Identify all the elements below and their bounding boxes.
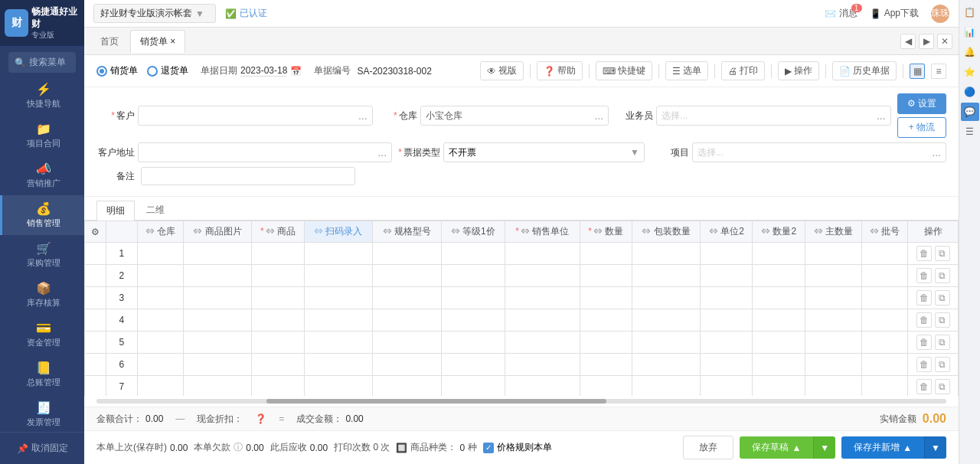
col-settings[interactable]: ⚙ <box>85 221 106 243</box>
row-product-7[interactable] <box>252 376 304 397</box>
view-toggle-list[interactable]: ≡ <box>931 64 946 79</box>
warehouse-input[interactable]: 小宝仓库 ... <box>420 106 609 126</box>
row-unit2-5[interactable] <box>701 332 753 354</box>
view-btn[interactable]: 👁 视版 <box>480 61 524 80</box>
col-spec[interactable]: ⇔ 规格型号 <box>373 221 442 243</box>
history-btn[interactable]: 📄 历史单据 <box>832 61 897 80</box>
row-unit-2[interactable] <box>505 265 580 287</box>
col-qty[interactable]: ⇔ 数量 <box>580 221 632 243</box>
row-batch-4[interactable] <box>862 309 908 332</box>
shortcut-btn[interactable]: ⌨ 快捷键 <box>596 61 652 80</box>
row-img-2[interactable] <box>183 265 252 287</box>
row-unit2-2[interactable] <box>701 265 753 287</box>
help-btn[interactable]: ❓ 帮助 <box>537 61 583 80</box>
row-unit2-6[interactable] <box>701 354 753 376</box>
view-toggle-grid[interactable]: ▦ <box>910 64 925 79</box>
date-value[interactable]: 2023-03-18 <box>240 65 287 77</box>
tab-next-btn[interactable]: ▶ <box>919 34 934 49</box>
row-price-7[interactable] <box>441 376 505 397</box>
row-price-5[interactable] <box>441 332 505 354</box>
row-spec-5[interactable] <box>373 332 442 354</box>
row-spec-7[interactable] <box>373 376 442 397</box>
row-unit2-3[interactable] <box>701 287 753 309</box>
rp-btn-1[interactable]: 📋 <box>961 3 979 21</box>
row-product-1[interactable] <box>252 243 304 265</box>
row-unit-3[interactable] <box>505 287 580 309</box>
calendar-icon[interactable]: 📅 <box>290 66 302 77</box>
sidebar-item-inventory[interactable]: 📦 库存核算 <box>0 275 84 315</box>
rp-btn-6[interactable]: 💬 <box>961 103 979 121</box>
col-warehouse[interactable]: ⇔ 仓库 <box>137 221 183 243</box>
col-scan[interactable]: ⇔ 扫码录入 <box>304 221 373 243</box>
row-qty-1[interactable] <box>580 243 632 265</box>
row-price-2[interactable] <box>441 265 505 287</box>
row-price-4[interactable] <box>441 309 505 332</box>
row-qty-4[interactable] <box>580 309 632 332</box>
rp-btn-3[interactable]: 🔔 <box>961 43 979 61</box>
row-product-3[interactable] <box>252 287 304 309</box>
row-delete-7[interactable]: 🗑 <box>916 379 932 394</box>
row-delete-6[interactable]: 🗑 <box>916 357 932 372</box>
sidebar-item-sales[interactable]: 💰 销售管理 <box>0 195 84 235</box>
tab-detail[interactable]: 明细 <box>96 201 135 221</box>
row-main-qty-7[interactable] <box>805 376 862 397</box>
col-product-img[interactable]: ⇔ 商品图片 <box>183 221 252 243</box>
sidebar-item-marketing[interactable]: 📣 营销推广 <box>0 155 84 195</box>
address-input[interactable]: ... <box>138 142 392 162</box>
salesperson-input[interactable]: 选择... ... <box>656 106 891 126</box>
customer-input[interactable]: ... <box>138 106 373 126</box>
abandon-btn[interactable]: 放弃 <box>683 436 733 459</box>
save-draft-btn[interactable]: 保存草稿 ▲ <box>740 436 813 459</box>
row-qty2-5[interactable] <box>753 332 805 354</box>
row-pkg-qty-4[interactable] <box>632 309 701 332</box>
row-unit-1[interactable] <box>505 243 580 265</box>
row-qty2-1[interactable] <box>753 243 805 265</box>
save-draft-dropdown-btn[interactable]: ▼ <box>813 436 835 459</box>
row-copy-3[interactable]: ⧉ <box>935 290 950 306</box>
project-dots[interactable]: ... <box>932 146 941 158</box>
row-spec-2[interactable] <box>373 265 442 287</box>
tab-prev-btn[interactable]: ◀ <box>900 34 916 49</box>
row-price-1[interactable] <box>441 243 505 265</box>
row-pkg-qty-2[interactable] <box>632 265 701 287</box>
row-img-4[interactable] <box>183 309 252 332</box>
row-copy-5[interactable]: ⧉ <box>935 335 950 350</box>
row-qty2-6[interactable] <box>753 354 805 376</box>
row-spec-3[interactable] <box>373 287 442 309</box>
row-warehouse-4[interactable] <box>137 309 183 332</box>
message-btn[interactable]: ✉️ 消息 1 <box>825 7 858 20</box>
row-spec-6[interactable] <box>373 354 442 376</box>
row-unit2-7[interactable] <box>701 376 753 397</box>
sidebar-item-purchase[interactable]: 🛒 采购管理 <box>0 235 84 275</box>
row-qty2-2[interactable] <box>753 265 805 287</box>
col-price[interactable]: ⇔ 等级1价 <box>441 221 505 243</box>
row-warehouse-5[interactable] <box>137 332 183 354</box>
row-batch-2[interactable] <box>862 265 908 287</box>
row-warehouse-7[interactable] <box>137 376 183 397</box>
logistics-btn[interactable]: + 物流 <box>897 117 946 138</box>
row-main-qty-3[interactable] <box>805 287 862 309</box>
row-unit-4[interactable] <box>505 309 580 332</box>
col-unit2[interactable]: ⇔ 单位2 <box>701 221 753 243</box>
rp-btn-4[interactable]: ⭐ <box>961 63 979 81</box>
row-scan-6[interactable] <box>304 354 373 376</box>
row-qty-6[interactable] <box>580 354 632 376</box>
col-qty2[interactable]: ⇔ 数量2 <box>753 221 805 243</box>
scrollbar-track[interactable] <box>96 399 946 404</box>
rp-btn-5[interactable]: 🔵 <box>961 83 979 101</box>
save-new-dropdown-btn[interactable]: ▼ <box>924 436 946 459</box>
salesperson-dots[interactable]: ... <box>877 109 886 122</box>
save-new-btn[interactable]: 保存并新增 ▲ <box>841 436 924 459</box>
row-copy-7[interactable]: ⧉ <box>935 379 950 394</box>
row-delete-4[interactable]: 🗑 <box>916 312 932 328</box>
row-warehouse-2[interactable] <box>137 265 183 287</box>
col-batch[interactable]: ⇔ 批号 <box>862 221 908 243</box>
row-delete-3[interactable]: 🗑 <box>916 290 932 306</box>
col-main-qty[interactable]: ⇔ 主数量 <box>805 221 862 243</box>
app-download-btn[interactable]: 📱 App下载 <box>870 7 919 20</box>
row-delete-1[interactable]: 🗑 <box>916 246 932 261</box>
row-scan-1[interactable] <box>304 243 373 265</box>
row-product-5[interactable] <box>252 332 304 354</box>
row-img-7[interactable] <box>183 376 252 397</box>
row-scan-2[interactable] <box>304 265 373 287</box>
